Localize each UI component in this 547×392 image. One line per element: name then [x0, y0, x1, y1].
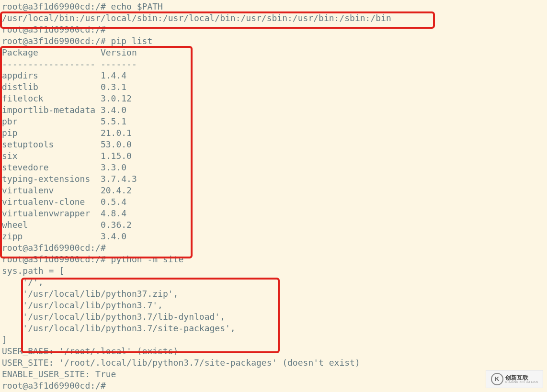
watermark-subtext: CHUANG XIN HU LIAN [505, 381, 538, 383]
terminal-output[interactable]: root@a3f1d69900cd:/# echo $PATH /usr/loc… [0, 0, 547, 392]
watermark-brand: 创新互联 [505, 375, 538, 381]
watermark-badge: K 创新互联 CHUANG XIN HU LIAN [486, 370, 543, 388]
watermark-icon: K [491, 373, 503, 385]
